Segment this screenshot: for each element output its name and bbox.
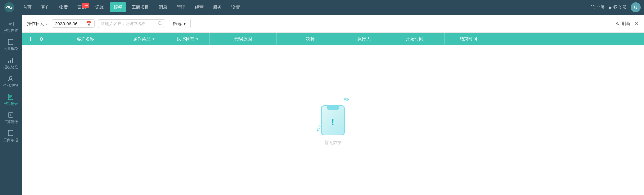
svg-point-12 — [9, 76, 12, 79]
nav-manage[interactable]: 管理 — [173, 2, 189, 12]
refresh-icon: ↻ — [616, 21, 620, 27]
main-layout: 报税设置 批量报税 报税总览 — [0, 15, 644, 195]
nav-business[interactable]: 工商项目 — [128, 2, 153, 12]
th-executor: 执行人 — [344, 33, 384, 45]
th-checkbox[interactable] — [22, 33, 35, 45]
tax-overview-icon — [7, 56, 14, 64]
search-icon — [158, 21, 162, 27]
empty-illustration: ✏ 🖊 ! — [316, 95, 350, 135]
tax-record-label: 报税记录 — [3, 102, 18, 106]
batch-tax-label: 批量报税 — [3, 47, 18, 51]
personal-tax-label: 个税申报 — [3, 83, 18, 88]
th-exec-status: 执行状态 ▼ — [166, 33, 210, 45]
tax-record-icon — [7, 93, 14, 101]
date-picker[interactable]: 📅 — [52, 20, 95, 28]
sidebar-item-calc-tax[interactable]: 汇算清缴 — [0, 109, 22, 127]
th-error-reason: 错误原因 — [210, 33, 277, 45]
nav-service[interactable]: 服务 — [209, 2, 226, 12]
clipboard-body: ! — [321, 105, 345, 135]
sidebar-item-batch-tax[interactable]: 批量报税 — [0, 36, 22, 54]
nav-finance[interactable]: 经营 — [191, 2, 208, 12]
chevron-down-icon: ▼ — [183, 22, 186, 26]
table-container: ⚙ 客户名称 操作类型 ▼ 执行状态 ▼ 错误原因 税种 — [22, 33, 644, 195]
personal-tax-icon — [7, 75, 14, 82]
calc-tax-label: 汇算清缴 — [3, 120, 18, 124]
nav-message[interactable]: 消息 — [155, 2, 171, 12]
nav-home[interactable]: 首页 — [19, 2, 36, 12]
date-label: 操作日期： — [27, 21, 49, 27]
sidebar-item-tax-overview[interactable]: 报税总览 — [0, 54, 22, 72]
search-input[interactable] — [101, 21, 156, 26]
th-op-type: 操作类型 ▼ — [122, 33, 166, 45]
tax-overview-label: 报税总览 — [3, 65, 18, 69]
empty-state: ✏ 🖊 ! 暂无数据 — [22, 45, 644, 195]
nav-menu: 首页 客户 收费 票据 new 记账 报税 工商项目 消息 管理 经营 服务 设… — [19, 2, 590, 12]
sort-icon[interactable]: ▼ — [196, 37, 199, 41]
th-start-time: 开始时间 — [384, 33, 445, 45]
tax-settings-icon — [7, 20, 14, 28]
video-icon: ▶ — [609, 5, 612, 10]
svg-point-1 — [8, 6, 10, 8]
avatar[interactable]: U — [631, 2, 641, 12]
nav-ledger[interactable]: 记账 — [91, 2, 108, 12]
settings-icon: ⚙ — [39, 36, 44, 42]
nav-billing[interactable]: 收费 — [55, 2, 72, 12]
sidebar-item-tax-settings[interactable]: 报税设置 — [0, 17, 22, 36]
nav-customer[interactable]: 客户 — [37, 2, 54, 12]
pencil-decoration: ✏ — [343, 94, 351, 104]
th-tax-type: 税种 — [277, 33, 344, 45]
app-logo[interactable] — [3, 1, 15, 13]
date-input[interactable] — [55, 21, 85, 26]
table-header: ⚙ 客户名称 操作类型 ▼ 执行状态 ▼ 错误原因 税种 — [22, 33, 644, 45]
sidebar-item-annual-report[interactable]: 工商年报 — [0, 127, 22, 145]
tax-settings-label: 报税设置 — [3, 29, 18, 33]
close-button[interactable]: ✕ — [634, 21, 639, 27]
nav-settings[interactable]: 设置 — [227, 2, 244, 12]
batch-tax-icon — [7, 38, 14, 46]
select-all-checkbox[interactable] — [26, 37, 31, 41]
annual-report-icon — [7, 129, 14, 137]
top-navigation: 首页 客户 收费 票据 new 记账 报税 工商项目 消息 管理 经营 服务 设… — [0, 0, 644, 15]
sidebar: 报税设置 批量报税 报税总览 — [0, 15, 22, 195]
svg-rect-9 — [8, 61, 9, 63]
toolbar: 操作日期： 📅 筛选 ▼ ↻ — [22, 15, 644, 33]
fullscreen-icon: ⛶ — [590, 5, 595, 10]
calendar-icon: 📅 — [86, 21, 92, 26]
nav-tax[interactable]: 报税 — [110, 2, 126, 12]
empty-text: 暂无数据 — [324, 140, 342, 146]
calc-tax-icon — [7, 111, 14, 119]
nav-invoice[interactable]: 票据 new — [73, 2, 90, 12]
filter-button[interactable]: 筛选 ▼ — [169, 19, 191, 28]
search-box[interactable] — [98, 20, 165, 28]
sidebar-item-tax-record[interactable]: 报税记录 — [0, 90, 22, 109]
annual-report-label: 工商年报 — [3, 138, 18, 142]
th-settings[interactable]: ⚙ — [35, 33, 48, 45]
th-end-time: 结束时间 — [445, 33, 492, 45]
th-name: 客户名称 — [48, 33, 122, 45]
sort-icon[interactable]: ▼ — [152, 37, 155, 41]
svg-rect-2 — [8, 22, 13, 26]
sidebar-item-personal-tax[interactable]: 个税申报 — [0, 72, 22, 90]
svg-line-25 — [161, 24, 162, 25]
member-button[interactable]: ▶ 畅会员 — [609, 4, 627, 10]
svg-rect-10 — [10, 60, 11, 63]
toolbar-right: ↻ 刷新 ✕ — [616, 21, 639, 27]
nav-right-area: ⛶ 全屏 ▶ 畅会员 U — [590, 2, 641, 12]
clipboard-top — [327, 105, 339, 110]
svg-rect-11 — [12, 58, 13, 63]
new-badge: new — [82, 3, 89, 8]
fullscreen-button[interactable]: ⛶ 全屏 — [590, 4, 605, 10]
content-area: 操作日期： 📅 筛选 ▼ ↻ — [22, 15, 644, 195]
exclamation-mark: ! — [331, 118, 334, 127]
refresh-button[interactable]: ↻ 刷新 — [616, 21, 630, 27]
